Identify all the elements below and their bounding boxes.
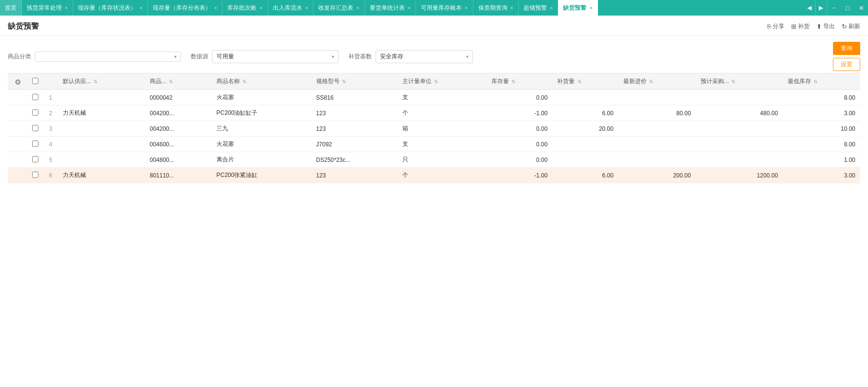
tab-stock-status-label: 现存量（库存状况表）	[78, 4, 136, 12]
refresh-label: 刷新	[849, 22, 860, 31]
tab-batch[interactable]: 库存批次账 ×	[222, 0, 268, 16]
settings-button[interactable]: 设置	[833, 58, 860, 71]
tab-summary-close[interactable]: ×	[356, 5, 359, 11]
tab-home[interactable]: 首页	[0, 0, 22, 16]
datasource-label: 数据源	[191, 53, 208, 61]
replenish-label: 补货	[798, 22, 810, 31]
row-checkbox-3[interactable]	[32, 141, 38, 147]
tab-summary[interactable]: 收发存汇总表 ×	[313, 0, 364, 16]
row-checkbox-cell[interactable]	[27, 137, 43, 152]
row-checkbox-cell[interactable]	[27, 168, 43, 183]
row-spec-cell: 123	[311, 168, 398, 183]
col-unit[interactable]: 主计量单位 ⇅	[398, 73, 487, 90]
row-checkbox-cell[interactable]	[27, 152, 43, 168]
window-close-button[interactable]: ✕	[854, 0, 868, 16]
tab-shortage[interactable]: 缺货预警 ×	[558, 0, 597, 16]
col-estimated-purchase[interactable]: 预计采购... ⇅	[696, 73, 783, 90]
col-stock-qty[interactable]: 库存量 ⇅	[487, 73, 553, 90]
tab-order-stats-label: 要货单统计表	[370, 4, 405, 12]
col-default-supplier[interactable]: 默认供应... ⇅	[58, 73, 145, 90]
row-estimated-purchase-cell: 480.00	[696, 106, 783, 121]
tab-next-button[interactable]: ▶	[815, 0, 827, 16]
datasource-select[interactable]: 可用量 ▾	[212, 50, 339, 63]
replenish-base-chevron-icon: ▾	[466, 54, 469, 59]
tab-overstock[interactable]: 超储预警 ×	[519, 0, 558, 16]
table-row: 2 力天机械 004200... PC200油缸缸子 123 个 -1.00 6…	[8, 106, 860, 121]
export-label: 导出	[823, 22, 835, 31]
row-supplier-cell	[58, 152, 145, 168]
page-header: 缺货预警 ⎘ 分享 ⊞ 补货 ⬆ 导出 ↻ 刷新	[0, 16, 868, 36]
row-checkbox-1[interactable]	[32, 109, 38, 116]
row-checkbox-cell[interactable]	[27, 90, 43, 106]
tab-shelf-life-label: 保质期查询	[478, 4, 507, 12]
row-stock-qty-cell: -1.00	[487, 168, 553, 183]
share-button[interactable]: ⎘ 分享	[767, 22, 784, 31]
col-gear[interactable]: ⚙	[8, 73, 27, 90]
row-spec-cell: 123	[311, 106, 398, 121]
col-estimated-purchase-sort-icon: ⇅	[731, 79, 735, 84]
col-min-stock[interactable]: 最低库存 ⇅	[783, 73, 860, 90]
row-gear-cell	[8, 152, 27, 168]
row-product-name-cell: 离合片	[212, 152, 311, 168]
datasource-chevron-icon: ▾	[332, 54, 334, 59]
tab-inout[interactable]: 出入库流水 ×	[268, 0, 313, 16]
row-stock-qty-cell: 0.00	[487, 137, 553, 152]
row-stock-qty-cell: 0.00	[487, 90, 553, 106]
export-button[interactable]: ⬆ 导出	[816, 22, 835, 31]
row-checkbox-5[interactable]	[32, 172, 38, 178]
replenish-base-select[interactable]: 安全库存 ▾	[376, 50, 473, 63]
tab-stock-status[interactable]: 现存量（库存状况表） ×	[73, 0, 147, 16]
row-checkbox-4[interactable]	[32, 156, 38, 162]
col-select-all[interactable]	[27, 73, 43, 90]
col-replenish-qty[interactable]: 补货量 ⇅	[552, 73, 618, 90]
tab-shortage-close[interactable]: ×	[589, 5, 592, 11]
query-button[interactable]: 查询	[833, 42, 860, 55]
tab-available-close[interactable]: ×	[465, 5, 468, 11]
tab-order-stats[interactable]: 要货单统计表 ×	[365, 0, 416, 16]
row-latest-price-cell	[618, 137, 696, 152]
tab-picking[interactable]: 拣货异常处理 ×	[22, 0, 73, 16]
col-product-name[interactable]: 商品名称 ⇅	[212, 73, 311, 90]
row-checkbox-2[interactable]	[32, 125, 38, 131]
category-label: 商品分类	[8, 53, 31, 61]
row-estimated-purchase-cell	[696, 121, 783, 137]
tab-available[interactable]: 可用量库存账本 ×	[416, 0, 473, 16]
tab-stock-dist[interactable]: 现存量（库存分布表） ×	[148, 0, 222, 16]
tab-inout-close[interactable]: ×	[305, 5, 308, 11]
tab-prev-button[interactable]: ◀	[804, 0, 815, 16]
window-maximize-button[interactable]: □	[841, 0, 854, 16]
table-row: 1 0000042 火花塞 SS816 支 0.00 8.00	[8, 90, 860, 106]
col-product-code[interactable]: 商品... ⇅	[145, 73, 212, 90]
tab-stock-status-close[interactable]: ×	[139, 5, 142, 11]
row-product-name-cell: 火花塞	[212, 90, 311, 106]
col-latest-price[interactable]: 最新进价 ⇅	[618, 73, 696, 90]
refresh-button[interactable]: ↻ 刷新	[842, 22, 860, 31]
tab-batch-close[interactable]: ×	[259, 5, 262, 11]
tab-shortage-label: 缺货预警	[563, 4, 586, 12]
row-spec-cell: DS250*23c...	[311, 152, 398, 168]
window-minimize-button[interactable]: －	[827, 0, 841, 16]
table-header-row: ⚙ 默认供应... ⇅ 商品... ⇅	[8, 73, 860, 90]
tab-shelf-life-close[interactable]: ×	[510, 5, 513, 11]
tab-home-label: 首页	[5, 4, 17, 12]
tab-overstock-close[interactable]: ×	[550, 5, 553, 11]
tab-shelf-life[interactable]: 保质期查询 ×	[473, 0, 519, 16]
row-supplier-cell: 力天机械	[58, 168, 145, 183]
tab-order-stats-close[interactable]: ×	[408, 5, 411, 11]
col-spec[interactable]: 规格型号 ⇅	[311, 73, 398, 90]
row-latest-price-cell: 80.00	[618, 106, 696, 121]
row-checkbox-cell[interactable]	[27, 121, 43, 137]
row-estimated-purchase-cell	[696, 137, 783, 152]
row-product-name-cell: 三九	[212, 121, 311, 137]
row-product-code-cell: 004200...	[145, 106, 212, 121]
category-select[interactable]: ▾	[35, 52, 181, 62]
gear-icon[interactable]: ⚙	[14, 78, 21, 86]
row-checkbox-cell[interactable]	[27, 106, 43, 121]
row-num-cell: 3	[43, 121, 58, 137]
tab-picking-close[interactable]: ×	[65, 5, 68, 11]
row-supplier-cell: 力天机械	[58, 106, 145, 121]
select-all-checkbox[interactable]	[32, 78, 38, 84]
row-checkbox-0[interactable]	[32, 94, 38, 100]
tab-stock-dist-close[interactable]: ×	[214, 5, 217, 11]
replenish-button[interactable]: ⊞ 补货	[791, 22, 810, 31]
